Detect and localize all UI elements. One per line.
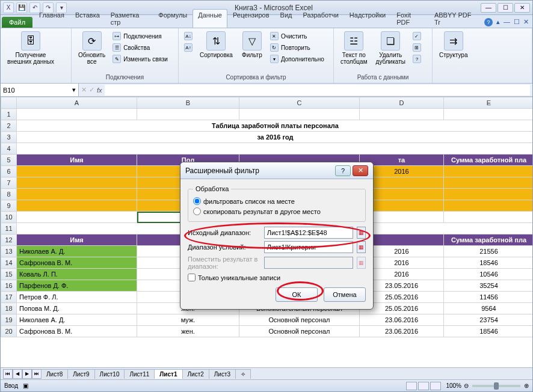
tab-nav-last[interactable]: ⏭	[32, 369, 42, 379]
zoom-slider[interactable]	[472, 385, 520, 387]
ribbon-tab-4[interactable]: Данные	[193, 9, 227, 28]
dialog-help-button[interactable]: ?	[335, 165, 351, 176]
ribbon-tab-8[interactable]: Надстройки	[344, 9, 391, 28]
properties-button[interactable]: ☰Свойства	[111, 42, 170, 53]
col-header-B[interactable]: B	[137, 97, 239, 109]
macro-icon[interactable]: ▣	[23, 382, 28, 389]
ribbon-tab-7[interactable]: Разработчи	[297, 9, 344, 28]
ribbon-tab-5[interactable]: Рецензиров	[227, 9, 275, 28]
list-range-input[interactable]	[264, 227, 353, 239]
row-header[interactable]: 5	[1, 155, 17, 166]
row-header[interactable]: 17	[1, 292, 17, 303]
row-header[interactable]: 20	[1, 326, 17, 337]
sheet-tab[interactable]: Лист8	[41, 369, 68, 379]
row-header[interactable]: 16	[1, 280, 17, 292]
row-header[interactable]: 13	[1, 246, 17, 257]
select-all-corner[interactable]	[1, 97, 17, 109]
page-layout-view-button[interactable]	[418, 382, 429, 390]
help-icon[interactable]: ?	[484, 18, 493, 26]
sheet-tab[interactable]: Лист2	[182, 369, 209, 379]
col-header-E[interactable]: E	[444, 97, 533, 109]
mdi-close-icon[interactable]: ✕	[523, 18, 529, 26]
ribbon-tab-3[interactable]: Формулы	[153, 9, 193, 28]
dialog-close-button[interactable]: ✕	[353, 165, 368, 176]
col-headers[interactable]: A B C D E	[1, 97, 533, 109]
formula-input[interactable]	[105, 85, 530, 96]
filter-button[interactable]: ▽ Фильтр	[238, 29, 266, 60]
zoom-out-button[interactable]: ⊖	[464, 382, 469, 389]
sheet-tab[interactable]: Лист1	[154, 369, 182, 379]
filter-in-place-radio[interactable]	[193, 197, 201, 205]
criteria-range-refselect-button[interactable]	[357, 241, 366, 253]
row-header[interactable]: 7	[1, 177, 17, 189]
table-row[interactable]: 19Николаев А. Д.муж.Основной персонал23.…	[1, 314, 533, 326]
consolidate-button[interactable]: ⊞	[411, 42, 423, 53]
row-header[interactable]: 9	[1, 200, 17, 212]
qat-save-icon[interactable]: 💾	[16, 2, 27, 13]
row-header[interactable]: 4	[1, 143, 17, 155]
ribbon-tab-10[interactable]: ABBYY PDF Tr	[429, 9, 481, 28]
cancel-fx-icon[interactable]: ✕	[81, 86, 87, 94]
row-header[interactable]: 11	[1, 223, 17, 234]
close-button[interactable]: ✕	[514, 3, 530, 13]
whatif-button[interactable]: ?	[411, 54, 423, 64]
ribbon-tab-1[interactable]: Вставка	[70, 9, 105, 28]
row-header[interactable]: 19	[1, 314, 17, 326]
sort-az-button[interactable]: A↓	[182, 31, 194, 41]
minimize-button[interactable]: —	[481, 3, 496, 13]
sort-button[interactable]: ⇅ Сортировка	[197, 29, 236, 60]
enter-fx-icon[interactable]: ✓	[89, 86, 94, 94]
sheet-tab[interactable]: Лист10	[94, 369, 125, 379]
connections-button[interactable]: ⊶Подключения	[111, 31, 170, 41]
col-header-D[interactable]: D	[360, 97, 444, 109]
row-header[interactable]: 12	[1, 234, 17, 246]
outline-button[interactable]: ⇉ Структура	[436, 29, 470, 60]
text-to-columns-button[interactable]: ☳ Текст по столбцам	[337, 29, 371, 67]
unique-records-checkbox[interactable]	[188, 274, 196, 281]
col-header-C[interactable]: C	[239, 97, 360, 109]
sheet-tab[interactable]: Лист3	[209, 369, 236, 379]
row-header[interactable]: 3	[1, 132, 17, 143]
sheet-tab[interactable]: Лист11	[124, 369, 155, 379]
chevron-down-icon[interactable]: ▾	[72, 86, 76, 94]
mdi-restore-icon[interactable]: ☐	[514, 18, 520, 26]
filter-in-place-label[interactable]: фильтровать список на месте	[203, 198, 295, 205]
ribbon-tab-6[interactable]: Вид	[275, 9, 298, 28]
reapply-filter-button[interactable]: ↻Повторить	[268, 42, 326, 53]
maximize-button[interactable]: ☐	[498, 3, 513, 13]
row-header[interactable]: 14	[1, 257, 17, 269]
sort-za-button[interactable]: A↑	[182, 42, 194, 53]
list-range-refselect-button[interactable]	[357, 227, 366, 239]
tab-nav-prev[interactable]: ◀	[13, 369, 22, 379]
copy-to-radio[interactable]	[193, 207, 201, 215]
row-header[interactable]: 15	[1, 269, 17, 280]
row-header[interactable]: 18	[1, 303, 17, 314]
name-box[interactable]: B10 ▾	[1, 84, 79, 96]
tab-nav-first[interactable]: ⏮	[3, 369, 13, 379]
remove-duplicates-button[interactable]: ❏ Удалить дубликаты	[373, 29, 408, 67]
col-header-A[interactable]: A	[17, 97, 137, 109]
criteria-range-input[interactable]	[264, 241, 353, 253]
ok-button[interactable]: ОК	[276, 287, 318, 302]
ribbon-tab-9[interactable]: Foxit PDF	[391, 9, 429, 28]
fx-icon[interactable]: fx	[97, 87, 102, 94]
row-header[interactable]: 6	[1, 166, 17, 177]
copy-to-label[interactable]: скопировать результат в другое место	[203, 208, 321, 215]
refresh-all-button[interactable]: ⟳ Обновить все	[75, 29, 108, 67]
sheet-tab[interactable]: Лист9	[67, 369, 94, 379]
get-external-data-button[interactable]: 🗄 Получение внешних данных	[4, 29, 57, 67]
pagebreak-view-button[interactable]	[430, 382, 441, 390]
new-sheet-button[interactable]: ✧	[235, 369, 251, 379]
row-header[interactable]: 2	[1, 120, 17, 132]
file-tab[interactable]: Файл	[2, 17, 32, 28]
edit-links-button[interactable]: ✎Изменить связи	[111, 54, 170, 64]
advanced-filter-button[interactable]: ▾Дополнительно	[268, 54, 326, 64]
row-header[interactable]: 8	[1, 189, 17, 200]
cancel-button[interactable]: Отмена	[324, 287, 366, 302]
mdi-min-icon[interactable]: —	[504, 18, 510, 26]
excel-icon[interactable]: X	[3, 2, 14, 13]
row-header[interactable]: 10	[1, 212, 17, 223]
table-row[interactable]: 20Сафронова В. М.жен.Основной персонал23…	[1, 326, 533, 337]
unique-records-label[interactable]: Только уникальные записи	[198, 274, 280, 281]
validation-button[interactable]: ✓	[411, 31, 423, 41]
